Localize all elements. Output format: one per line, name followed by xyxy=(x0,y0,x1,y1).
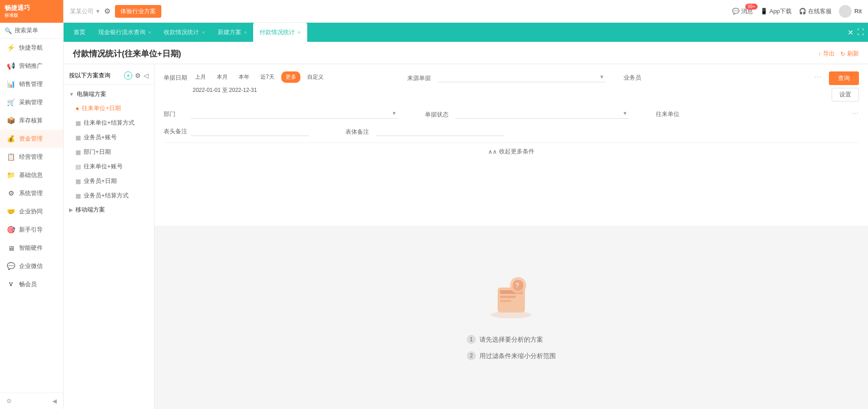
inventory-icon: 📦 xyxy=(6,116,15,125)
tab-close-all-icon[interactable]: ✕ xyxy=(848,28,853,37)
dept-select[interactable]: ▾ xyxy=(191,108,398,119)
tab-payment-stats[interactable]: 付款情况统计 × xyxy=(253,23,307,42)
sidebar-collapse-icon[interactable]: ◀ xyxy=(52,398,57,404)
scheme-item-salesperson-date[interactable]: ▦ 业务员+日期 xyxy=(64,174,154,188)
topbar-gear-icon[interactable]: ⚙ xyxy=(104,7,110,15)
settings-button[interactable]: 设置 xyxy=(832,88,859,101)
scheme-item-icon: ▦ xyxy=(75,178,81,185)
partner-field: 往来单位 ··· xyxy=(656,108,859,118)
app-download-button[interactable]: 📱 App下载 xyxy=(760,7,792,15)
user-profile[interactable]: Rit xyxy=(839,5,862,18)
refresh-button[interactable]: ↻ 刷新 xyxy=(840,50,859,58)
empty-hints: 1 请先选择要分析的方案 2 用过滤条件来缩小分析范围 xyxy=(467,333,556,366)
sidebar-item-purchase[interactable]: 🛒 采购管理 xyxy=(0,93,63,111)
sidebar-item-label: 新手引导 xyxy=(19,226,43,234)
date-btn-7days[interactable]: 近7天 xyxy=(256,71,279,83)
scheme-item-label: 往来单位+日期 xyxy=(82,104,121,112)
sidebar-item-system[interactable]: ⚙ 系统管理 xyxy=(0,184,63,202)
scheme-add-icon[interactable]: + xyxy=(124,71,132,80)
status-field: 单据状态 ▾ xyxy=(425,108,628,119)
sidebar-item-label: 系统管理 xyxy=(19,189,43,197)
date-filter-controls: 上月 本月 本年 近7天 更多 自定义 2022-01-01 至 2022-12… xyxy=(191,71,389,94)
collapse-button[interactable]: ∧∧ 收起更多条件 xyxy=(488,147,534,156)
scheme-group-mobile: ▶ 移动端方案 xyxy=(64,203,154,217)
search-menu[interactable]: 🔍 搜索菜单 xyxy=(0,23,63,39)
company-selector[interactable]: 某某公司 ▾ xyxy=(70,7,100,15)
tab-bank-label: 现金银行流水查询 xyxy=(98,28,145,36)
scheme-group-mobile-header[interactable]: ▶ 移动端方案 xyxy=(64,203,154,217)
scheme-collapse-icon[interactable]: ◁ xyxy=(144,72,149,79)
scheme-group-pc-header[interactable]: ▼ 电脑端方案 xyxy=(64,87,154,101)
tab-bank-close-icon[interactable]: × xyxy=(148,30,151,35)
scheme-item-dept-date[interactable]: ▦ 部门+日期 xyxy=(64,145,154,159)
scheme-item-icon: ▦ xyxy=(75,192,81,199)
status-select[interactable]: ▾ xyxy=(456,108,628,119)
tab-payment-stats-label: 付款情况统计 xyxy=(259,28,295,36)
sales-icon: 📊 xyxy=(6,80,15,89)
export-label: 导出 xyxy=(823,50,835,58)
header-note-input[interactable] xyxy=(191,125,309,136)
export-button[interactable]: ↑ 导出 xyxy=(818,50,835,58)
tab-receipts-label: 收款情况统计 xyxy=(164,28,199,36)
partner-dots-btn[interactable]: ··· xyxy=(852,109,859,117)
sidebar-item-quick-nav[interactable]: ⚡ 快捷导航 xyxy=(0,39,63,57)
app-download-label: App下载 xyxy=(769,7,792,15)
scheme-item-icon: ▤ xyxy=(75,163,81,170)
tab-bank[interactable]: 现金银行流水查询 × xyxy=(92,23,157,42)
online-service-button[interactable]: 🎧 在线客服 xyxy=(799,7,832,15)
scheme-panel: 按以下方案查询 + ⚙ ◁ ▼ 电脑端方案 ● 往来单位+日期 xyxy=(64,64,155,409)
sidebar-settings-icon[interactable]: ⚙ xyxy=(6,398,12,404)
scheme-item-active-icon: ● xyxy=(75,105,79,112)
notifications-button[interactable]: 💬 消息 99+ xyxy=(732,7,753,15)
sidebar-item-basic[interactable]: 📁 基础信息 xyxy=(0,166,63,184)
logo-name: 畅捷通巧 xyxy=(5,4,30,12)
date-btn-this-year[interactable]: 本年 xyxy=(234,71,254,83)
sidebar-item-label: 企业微信 xyxy=(19,262,43,270)
tab-receipts[interactable]: 收款情况统计 × xyxy=(157,23,211,42)
sidebar-item-label: 营销推广 xyxy=(19,62,43,70)
sidebar-item-inventory[interactable]: 📦 库存核算 xyxy=(0,111,63,130)
date-btn-this-month[interactable]: 本月 xyxy=(213,71,232,83)
sidebar: 畅捷通巧 标准版 🔍 搜索菜单 ⚡ 快捷导航 📢 营销推广 📊 销售管理 🛒 采… xyxy=(0,0,64,409)
tab-payment-stats-close-icon[interactable]: × xyxy=(298,30,300,35)
sidebar-item-hardware[interactable]: 🖥 智能硬件 xyxy=(0,239,63,257)
filter-panel: 单据日期 上月 本月 本年 近7天 更多 自定义 2022-01-01 至 20… xyxy=(155,64,868,226)
tab-receipts-close-icon[interactable]: × xyxy=(202,30,205,35)
wechat-icon: 💬 xyxy=(6,262,15,271)
mobile-group-arrow-icon: ▶ xyxy=(69,207,73,213)
tab-new-plan-label: 新建方案 xyxy=(218,28,241,36)
service-icon: 🎧 xyxy=(799,8,806,15)
scheme-item-label: 业务员+日期 xyxy=(84,177,117,185)
date-btn-custom[interactable]: 自定义 xyxy=(303,71,328,83)
scheme-item-salesperson-account[interactable]: ▦ 业务员+账号 xyxy=(64,130,154,145)
trial-industry-button[interactable]: 体验行业方案 xyxy=(115,5,161,18)
date-btn-last-month[interactable]: 上月 xyxy=(191,71,210,83)
tab-new-plan[interactable]: 新建方案 × xyxy=(211,23,253,42)
sidebar-item-wechat[interactable]: 💬 企业微信 xyxy=(0,257,63,275)
scheme-item-partner-account[interactable]: ▤ 往来单位+账号 xyxy=(64,159,154,174)
scheme-settings-icon[interactable]: ⚙ xyxy=(135,72,141,79)
tab-home[interactable]: 首页 xyxy=(67,23,92,42)
scheme-item-salesperson-settlement[interactable]: ▦ 业务员+结算方式 xyxy=(64,188,154,203)
sidebar-item-capital[interactable]: 💰 资金管理 xyxy=(0,130,63,148)
scheme-item-label: 业务员+结算方式 xyxy=(84,192,129,200)
query-button[interactable]: 查询 xyxy=(829,71,859,85)
sidebar-item-member[interactable]: V 畅会员 xyxy=(0,275,63,293)
salesperson-dots-btn[interactable]: ··· xyxy=(814,73,822,81)
sidebar-item-cooperation[interactable]: 🤝 企业协同 xyxy=(0,202,63,221)
company-name: 某某公司 xyxy=(70,7,94,15)
sidebar-item-guide[interactable]: 🎯 新手引导 xyxy=(0,221,63,239)
status-chevron-icon: ▾ xyxy=(624,110,627,116)
sidebar-item-sales[interactable]: 📊 销售管理 xyxy=(0,75,63,93)
date-btn-more[interactable]: 更多 xyxy=(281,71,300,83)
body-note-input[interactable] xyxy=(376,125,504,136)
sidebar-item-operation[interactable]: 📋 经营管理 xyxy=(0,148,63,166)
tab-expand-icon[interactable]: ⛶ xyxy=(857,28,864,36)
scheme-panel-header: 按以下方案查询 + ⚙ ◁ xyxy=(64,69,154,85)
scheme-item-partner-date[interactable]: ● 往来单位+日期 xyxy=(64,101,154,116)
scheme-item-partner-settlement[interactable]: ▦ 往来单位+结算方式 xyxy=(64,116,154,130)
source-select[interactable]: ▾ xyxy=(438,71,605,82)
sidebar-item-marketing[interactable]: 📢 营销推广 xyxy=(0,57,63,75)
scheme-item-label: 部门+日期 xyxy=(84,148,111,156)
tab-new-plan-close-icon[interactable]: × xyxy=(244,30,247,35)
